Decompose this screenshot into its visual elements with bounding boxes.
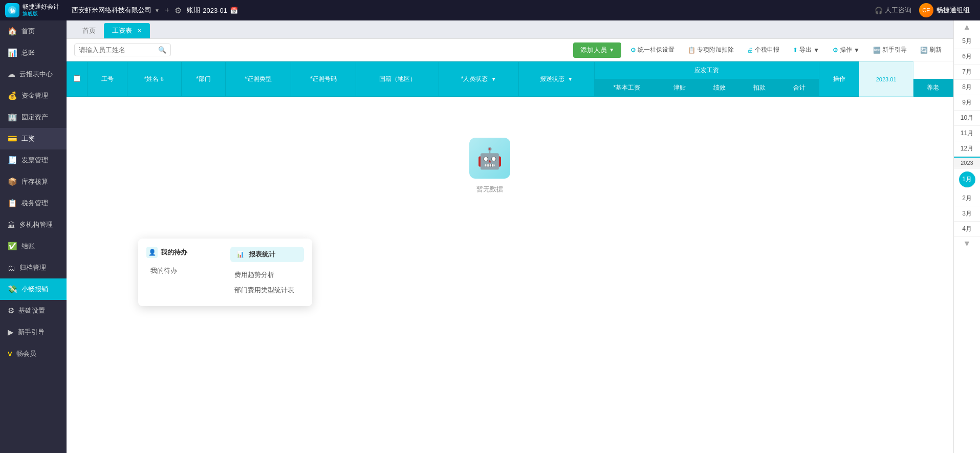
sidebar-label-archive: 归档管理: [19, 263, 46, 272]
sidebar-item-settlement[interactable]: ✅ 结账: [0, 235, 67, 257]
funds-icon: 💰: [8, 91, 17, 100]
guide-icon: ▶: [8, 328, 14, 337]
add-person-button[interactable]: 添加人员 ▼: [573, 42, 621, 58]
sidebar-item-ledger[interactable]: 📊 总账: [0, 42, 67, 63]
month-item-2022-09[interactable]: 9月: [954, 95, 980, 111]
col-nationality: 国籍（地区）: [356, 62, 439, 97]
inventory-icon: 📦: [8, 177, 17, 186]
home-icon: 🏠: [8, 27, 17, 36]
tax-report-icon: 🖨: [747, 47, 753, 54]
month-picker: ▲ 5月 6月 7月 8月 9月 10月 11月 12月 2023 1月 2月 …: [953, 20, 980, 453]
refresh-btn[interactable]: 🔄 刷新: [916, 44, 946, 56]
operations-label: 操作: [840, 46, 852, 54]
month-item-2023-01[interactable]: 1月: [959, 171, 975, 188]
sidebar-item-assets[interactable]: 🏢 固定资产: [0, 106, 67, 128]
guide-icon: 🆕: [873, 47, 881, 54]
tab-salary[interactable]: 工资表 ✕: [104, 23, 150, 38]
salary-table: 工号 *姓名 ⇅ *部门 *证照类型 *证照号码 国籍（地区） *人员状态: [67, 61, 953, 235]
empty-state-cell: 暂无数据: [67, 97, 913, 235]
sidebar-label-tax: 税务管理: [21, 199, 48, 208]
popup-report-title: 📊 报表统计: [230, 247, 304, 262]
popup-col-report: 📊 报表统计 费用趋势分析 部门费用类型统计表: [230, 247, 304, 298]
search-wrap[interactable]: 🔍: [74, 44, 171, 56]
calendar-icon[interactable]: 📅: [230, 7, 238, 14]
popup-todo-label: 我的待办: [161, 248, 187, 257]
sidebar-label-home: 首页: [21, 27, 35, 36]
app-name: 畅捷通好会计: [23, 3, 59, 10]
name-sort-icon[interactable]: ⇅: [160, 77, 164, 82]
sidebar-item-basic[interactable]: ⚙ 基础设置: [0, 300, 67, 321]
sidebar-item-cloud-report[interactable]: ☁ 云报表中心: [0, 63, 67, 85]
popup-menu: 👤 我的待办 我的待办 📊 报表统计 费用趋势分析: [138, 239, 312, 306]
social-insurance-btn[interactable]: ⚙ 统一社保设置: [626, 44, 679, 56]
refresh-label: 刷新: [929, 46, 942, 54]
operations-btn[interactable]: ⚙ 操作 ▼: [829, 44, 864, 56]
col-name: *姓名 ⇅: [127, 62, 182, 97]
tab-home[interactable]: 首页: [74, 23, 104, 38]
special-deduct-btn[interactable]: 📋 专项附加扣除: [684, 44, 738, 56]
col-emp-no: 工号: [88, 62, 127, 97]
month-nav-up[interactable]: ▲: [954, 20, 980, 34]
sidebar-item-archive[interactable]: 🗂 归档管理: [0, 257, 67, 278]
col-dept: *部门: [181, 62, 225, 97]
month-item-2022-11[interactable]: 11月: [954, 126, 980, 141]
svg-text:畅: 畅: [10, 8, 15, 13]
select-all-checkbox[interactable]: [74, 75, 80, 82]
sidebar-item-tax[interactable]: 📋 税务管理: [0, 192, 67, 214]
sidebar-label-settlement: 结账: [21, 242, 35, 251]
sidebar-item-home[interactable]: 🏠 首页: [0, 20, 67, 42]
month-item-2023-03[interactable]: 3月: [954, 206, 980, 222]
guide-btn[interactable]: 🆕 新手引导: [869, 44, 911, 56]
status-filter-icon[interactable]: ▼: [491, 76, 496, 82]
month-item-2022-10[interactable]: 10月: [954, 111, 980, 126]
add-company-icon[interactable]: +: [165, 6, 169, 15]
support-button[interactable]: 🎧 人工咨询: [875, 6, 911, 15]
sidebar-label-xiao-chang: 小畅报销: [21, 285, 48, 294]
export-icon: ⬆: [793, 47, 798, 54]
tab-close-icon[interactable]: ✕: [137, 28, 142, 34]
report-filter-icon[interactable]: ▼: [568, 76, 573, 82]
social-insurance-label: 统一社保设置: [638, 46, 674, 54]
month-nav-down[interactable]: ▼: [954, 237, 980, 250]
month-item-2023-02[interactable]: 2月: [954, 191, 980, 206]
user-area[interactable]: CE 畅捷通组组: [919, 3, 970, 17]
popup-report-item-1[interactable]: 费用趋势分析: [230, 267, 304, 283]
month-item-2022-05[interactable]: 5月: [954, 34, 980, 49]
sidebar-item-member[interactable]: V 畅会员: [0, 343, 67, 364]
company-dropdown-arrow: ▼: [155, 8, 160, 13]
month-item-2022-06[interactable]: 6月: [954, 49, 980, 64]
popup-report-item-1-label: 费用趋势分析: [234, 271, 274, 278]
month-item-2023-04[interactable]: 4月: [954, 222, 980, 237]
year-2023-header: 2023: [954, 157, 980, 168]
settings-icon[interactable]: ⚙: [175, 6, 182, 15]
month-item-2022-12[interactable]: 12月: [954, 141, 980, 157]
sidebar-item-multi-org[interactable]: 🏛 多机构管理: [0, 214, 67, 235]
month-item-2022-08[interactable]: 8月: [954, 80, 980, 95]
popup-report-item-2[interactable]: 部门费用类型统计表: [230, 283, 304, 298]
company-selector[interactable]: 西安虾米网络科技有限公司 ▼: [72, 6, 160, 15]
search-input[interactable]: [79, 46, 156, 54]
sidebar-item-salary[interactable]: 💳 工资: [0, 128, 67, 149]
header-center: 西安虾米网络科技有限公司 ▼ + ⚙ 账期 2023-01 📅: [67, 6, 875, 15]
special-deduct-label: 专项附加扣除: [697, 46, 734, 54]
sidebar: 🏠 首页 📊 总账 ☁ 云报表中心 💰 资金管理 🏢 固定资产 💳 工资 🧾 发…: [0, 20, 67, 453]
tax-report-btn[interactable]: 🖨 个税申报: [743, 44, 783, 56]
sidebar-item-funds[interactable]: 💰 资金管理: [0, 85, 67, 106]
special-deduct-icon: 📋: [688, 47, 695, 54]
sidebar-item-xiao-chang[interactable]: 💸 小畅报销: [0, 278, 67, 300]
popup-todo-item[interactable]: 我的待办: [146, 263, 220, 278]
operations-dropdown-icon: ▼: [854, 47, 860, 54]
basic-icon: ⚙: [8, 306, 14, 315]
sidebar-item-inventory[interactable]: 📦 库存核算: [0, 171, 67, 192]
user-avatar: CE: [919, 3, 933, 17]
col-deduct: 扣款: [739, 79, 779, 97]
app-logo-icon: 畅: [5, 3, 19, 17]
logo-text-block: 畅捷通好会计 旗舰版: [23, 3, 59, 17]
tab-salary-label: 工资表: [112, 27, 132, 34]
sidebar-item-guide[interactable]: ▶ 新手引导: [0, 321, 67, 343]
month-item-2022-07[interactable]: 7月: [954, 64, 980, 80]
sidebar-item-invoices[interactable]: 🧾 发票管理: [0, 149, 67, 171]
export-btn[interactable]: ⬆ 导出 ▼: [789, 44, 823, 56]
col-checkbox[interactable]: [67, 62, 88, 97]
search-icon: 🔍: [158, 46, 166, 54]
